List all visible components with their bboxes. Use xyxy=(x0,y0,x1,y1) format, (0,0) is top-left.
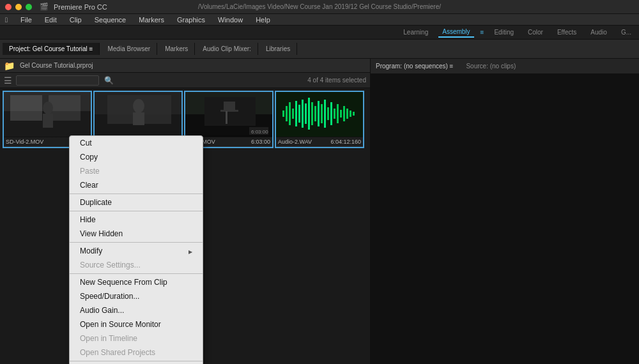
svg-rect-2 xyxy=(10,95,42,121)
svg-rect-10 xyxy=(133,112,144,125)
ctx-duplicate[interactable]: Duplicate xyxy=(70,195,203,209)
svg-rect-27 xyxy=(305,103,307,124)
svg-text:6:03:00: 6:03:00 xyxy=(251,129,268,135)
project-toolbar: ☰ 🔍 4 of 4 items selected xyxy=(0,73,370,88)
svg-point-9 xyxy=(133,99,144,113)
window-controls: 🎬 Premiere Pro CC xyxy=(5,3,107,11)
workspace-color[interactable]: Color xyxy=(524,27,547,37)
panel-media-browser[interactable]: Media Browser xyxy=(101,43,157,55)
workspace-audio[interactable]: Audio xyxy=(587,27,611,37)
sequence-menu[interactable]: Sequence xyxy=(92,16,129,24)
clip-label: Audio-2.WAV 6:04:12:160 xyxy=(276,137,363,146)
graphics-menu[interactable]: Graphics xyxy=(174,16,208,24)
ctx-open-timeline[interactable]: Open in Timeline xyxy=(70,331,203,345)
program-view xyxy=(371,74,639,364)
svg-rect-34 xyxy=(327,107,329,120)
app-name: Premiere Pro CC xyxy=(54,3,107,11)
title-bar: 🎬 Premiere Pro CC /Volumes/LaCie/Images … xyxy=(0,0,639,14)
file-menu[interactable]: File xyxy=(18,16,35,24)
svg-rect-35 xyxy=(330,102,332,125)
workspace-learning[interactable]: Learning xyxy=(399,27,432,37)
ctx-source-settings[interactable]: Source Settings... xyxy=(70,258,203,272)
panel-project[interactable]: Project: Gel Course Tutorial ≡ xyxy=(3,43,100,55)
separator xyxy=(70,211,203,211)
menu-bar:  File Edit Clip Sequence Markers Graphi… xyxy=(0,14,639,26)
clip-visual: 6:03:00 xyxy=(185,92,272,135)
project-panel: 📁 Gel Course Tutorial.prproj ☰ 🔍 4 of 4 … xyxy=(0,59,371,364)
workspace-graphics[interactable]: G... xyxy=(617,27,635,37)
search-icon[interactable]: 🔍 xyxy=(104,76,114,85)
svg-rect-24 xyxy=(295,101,297,126)
svg-rect-40 xyxy=(346,109,348,119)
edit-menu[interactable]: Edit xyxy=(42,16,59,24)
workspace-effects[interactable]: Effects xyxy=(553,27,580,37)
svg-rect-20 xyxy=(282,110,284,117)
ctx-view-hidden[interactable]: View Hidden xyxy=(70,227,203,241)
separator xyxy=(70,193,203,194)
svg-rect-29 xyxy=(311,102,313,125)
ctx-modify[interactable]: Modify xyxy=(70,244,203,258)
program-header: Program: (no sequences) ≡ Source: (no cl… xyxy=(371,59,639,74)
clip-thumbnail xyxy=(276,92,363,137)
separator xyxy=(70,242,203,243)
svg-rect-25 xyxy=(298,105,300,123)
clip-name: SD-Vid-2.MOV xyxy=(6,139,43,145)
app-icon: 🎬 xyxy=(40,3,49,11)
clip-item[interactable]: Audio-2.WAV 6:04:12:160 xyxy=(275,91,364,148)
ctx-copy[interactable]: Copy xyxy=(70,150,203,164)
minimize-button[interactable] xyxy=(15,4,22,10)
svg-rect-15 xyxy=(220,110,238,112)
project-header: 📁 Gel Course Tutorial.prproj xyxy=(0,59,370,73)
ctx-cut[interactable]: Cut xyxy=(70,136,203,150)
svg-rect-41 xyxy=(350,110,351,117)
workspace-bar: Learning Assembly ≡ Editing Color Effect… xyxy=(0,26,639,40)
separator xyxy=(70,273,203,274)
audio-waveform xyxy=(276,92,363,135)
svg-point-4 xyxy=(43,102,53,114)
workspace-editing[interactable]: Editing xyxy=(490,27,518,37)
svg-rect-21 xyxy=(286,106,288,121)
apple-menu[interactable]:  xyxy=(3,16,10,24)
svg-rect-31 xyxy=(318,101,320,126)
program-monitor: Program: (no sequences) ≡ Source: (no cl… xyxy=(371,59,639,364)
ctx-speed-duration[interactable]: Speed/Duration... xyxy=(70,289,203,303)
main-content: 📁 Gel Course Tutorial.prproj ☰ 🔍 4 of 4 … xyxy=(0,59,639,364)
panel-audio-clip-mixer[interactable]: Audio Clip Mixer: xyxy=(196,43,258,55)
ctx-audio-gain[interactable]: Audio Gain... xyxy=(70,303,203,317)
clip-visual xyxy=(95,92,181,135)
search-input[interactable] xyxy=(16,75,99,86)
svg-rect-23 xyxy=(292,109,294,119)
svg-rect-14 xyxy=(224,102,235,110)
clip-menu[interactable]: Clip xyxy=(67,16,84,24)
window-menu[interactable]: Window xyxy=(215,16,245,24)
fullscreen-button[interactable] xyxy=(26,4,32,10)
list-view-icon[interactable]: ☰ xyxy=(4,75,12,86)
context-menu: Cut Copy Paste Clear Duplicate Hide View… xyxy=(69,135,203,364)
svg-rect-39 xyxy=(343,106,345,121)
panel-libraries[interactable]: Libraries xyxy=(259,43,297,55)
clip-thumbnail xyxy=(4,92,91,137)
markers-menu[interactable]: Markers xyxy=(136,16,167,24)
ctx-open-shared[interactable]: Open Shared Projects xyxy=(70,345,203,360)
help-menu[interactable]: Help xyxy=(253,16,273,24)
clip-thumbnail: 6:03:00 xyxy=(185,92,272,137)
ctx-paste[interactable]: Paste xyxy=(70,164,203,178)
svg-rect-37 xyxy=(337,104,339,123)
items-selected-label: 4 of 4 items selected xyxy=(307,77,366,84)
close-button[interactable] xyxy=(5,4,12,10)
ctx-open-source-monitor[interactable]: Open in Source Monitor xyxy=(70,317,203,331)
svg-rect-36 xyxy=(334,109,335,119)
clip-duration: 6:03:00 xyxy=(251,139,270,145)
ctx-hide[interactable]: Hide xyxy=(70,213,203,227)
ctx-clear[interactable]: Clear xyxy=(70,178,203,192)
clip-thumbnail xyxy=(95,92,181,137)
svg-rect-5 xyxy=(43,114,53,128)
panel-markers[interactable]: Markers xyxy=(158,43,195,55)
svg-rect-38 xyxy=(340,110,342,118)
workspace-assembly[interactable]: Assembly xyxy=(438,27,473,38)
clip-duration: 6:04:12:160 xyxy=(330,139,361,145)
ctx-new-sequence[interactable]: New Sequence From Clip xyxy=(70,275,203,289)
separator xyxy=(70,361,203,361)
assembly-indicator: ≡ xyxy=(481,29,484,36)
svg-rect-26 xyxy=(302,100,304,128)
